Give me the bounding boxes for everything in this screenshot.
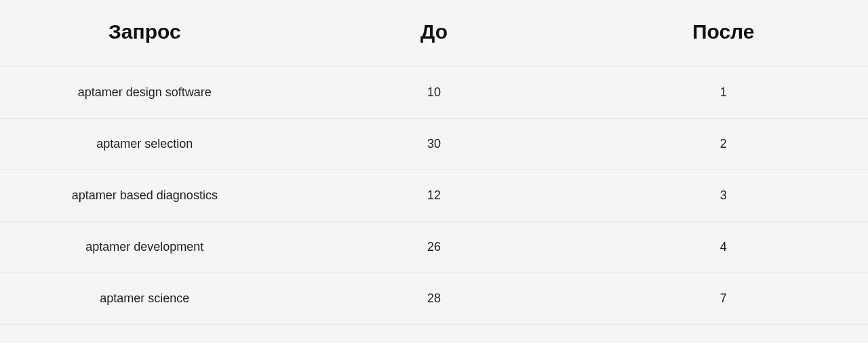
table-row: aptamer selection 30 2 xyxy=(0,119,868,170)
cell-query: aptamer selection xyxy=(0,119,290,170)
cell-query: aptamer development xyxy=(0,222,290,273)
cell-before: 28 xyxy=(290,273,579,325)
cell-query: aptamer science xyxy=(0,273,290,325)
cell-after: 1 xyxy=(578,67,868,119)
cell-before: 26 xyxy=(290,222,579,273)
table-row: aptamer development 26 4 xyxy=(0,222,868,273)
table-body: aptamer design software 10 1 aptamer sel… xyxy=(0,67,868,325)
header-after: После xyxy=(578,0,868,67)
cell-before: 30 xyxy=(290,119,579,170)
cell-after: 2 xyxy=(578,119,868,170)
cell-before: 12 xyxy=(290,170,579,222)
ranking-table: Запрос До После aptamer design software … xyxy=(0,0,868,325)
cell-after: 7 xyxy=(578,273,868,325)
cell-query: aptamer based diagnostics xyxy=(0,170,290,222)
cell-after: 4 xyxy=(578,222,868,273)
header-before: До xyxy=(290,0,579,67)
table-row: aptamer design software 10 1 xyxy=(0,67,868,119)
header-query: Запрос xyxy=(0,0,290,67)
table-row: aptamer science 28 7 xyxy=(0,273,868,325)
table-row: aptamer based diagnostics 12 3 xyxy=(0,170,868,222)
table-header-row: Запрос До После xyxy=(0,0,868,67)
cell-after: 3 xyxy=(578,170,868,222)
cell-before: 10 xyxy=(290,67,579,119)
cell-query: aptamer design software xyxy=(0,67,290,119)
